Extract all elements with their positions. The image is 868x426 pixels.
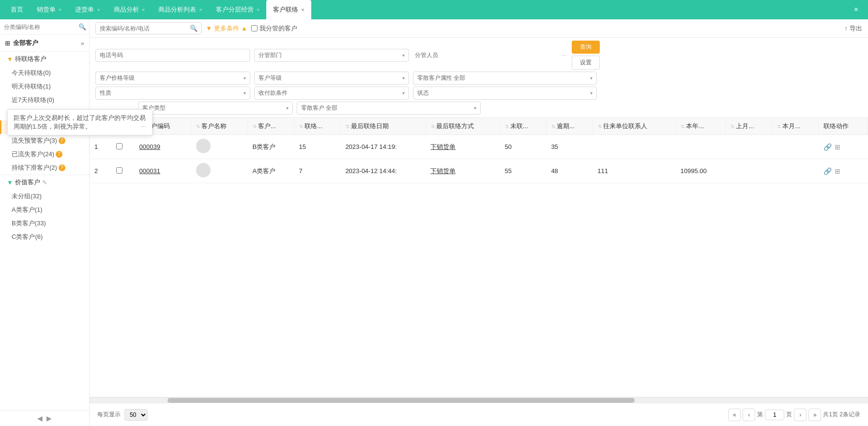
edit-icon[interactable]: ✎ [42,179,47,186]
row-select-checkbox-2[interactable] [116,167,122,174]
nav-sales-order-close[interactable]: × [59,7,61,13]
per-page-label: 每页显示 [97,411,121,419]
info-icon-3[interactable]: ? [56,151,62,158]
nav-customer-stratification-close[interactable]: × [257,7,259,13]
filter-customer-level[interactable]: 客户等级 ▾ [254,72,409,85]
nav-purchase-order[interactable]: 进货单 × [68,0,107,19]
row-grid-icon[interactable]: ⊞ [835,143,840,151]
more-conditions-button[interactable]: ▼ 更多条件 ▲ [206,24,247,33]
tooltip-close-icon[interactable]: ··· [141,122,146,130]
row-actions: 🔗 ⊞ [819,135,868,159]
row-last-contact-method[interactable]: 下销货单 [426,135,500,159]
filter-price-level[interactable]: 客户价格等级 ▾ [95,72,250,85]
sidebar-search-input[interactable] [4,24,76,30]
per-page-select[interactable]: 50 [124,409,148,421]
row-grid-icon-2[interactable]: ⊞ [835,167,840,175]
row-code[interactable]: 000039 [135,135,191,159]
page-number-input[interactable] [765,410,784,420]
row-select-checkbox[interactable] [116,143,122,149]
sidebar-value-customers-group: ▼ 价值客户 ✎ 未分组(32) A类客户(1) B类客户(33) C类客户(6… [0,175,89,244]
sidebar-item-churned[interactable]: 已流失客户(24) ? [0,147,89,161]
filter-payment-terms[interactable]: 收付款条件 ▾ [254,87,409,100]
filter-status[interactable]: 状态 ▾ [413,87,597,100]
row-checkbox[interactable] [111,135,134,159]
row-last-contact-date: 2023-04-12 14:44: [340,159,426,183]
nav-customer-stratification[interactable]: 客户分层经营 × [209,0,266,19]
row-overdue: 48 [546,159,593,183]
row-last-contact-method[interactable]: 下销货单 [426,159,500,183]
sidebar-item-today-pending[interactable]: 今天待联络(0) [0,66,89,80]
row-link-icon-2[interactable]: 🔗 [823,167,832,175]
my-customers-checkbox[interactable] [251,25,258,31]
sidebar-search-icon[interactable]: 🔍 [78,23,86,30]
nav-product-analysis-list-close[interactable]: × [199,7,202,13]
sidebar-nav-right-icon[interactable]: ▶ [46,414,52,422]
sidebar-collapse-button[interactable]: » [81,40,84,47]
row-category: A类客户 [248,159,294,183]
col-year-amount: ⇅ 本年... [676,118,726,135]
sidebar-item-class-c[interactable]: C类客户(6) [0,230,89,244]
row-name [191,135,248,159]
filter-retail-customer[interactable]: 零散客户 全部 ▾ [297,102,481,115]
sidebar-item-class-b[interactable]: B类客户(33) [0,217,89,230]
info-icon-2[interactable]: ? [59,137,65,144]
customer-table: ⚙ ⇅ 客户编码 ⇅ [90,118,868,183]
sidebar-pending-contact-header[interactable]: ▼ 待联络客户 [0,52,89,66]
nav-product-analysis-close[interactable]: × [142,7,145,13]
filter-division[interactable]: 分管部门 ▾ [254,49,409,62]
sidebar-all-customers-header[interactable]: ⊞ 全部客户 » [0,35,89,52]
col-last-contact-date: ⇅ 最后联络日期 [340,118,426,135]
query-button[interactable]: 查询 [572,41,600,54]
filter-nature[interactable]: 性质 ▾ [95,87,250,100]
row-index: 2 [90,159,111,183]
close-window-button[interactable]: × [848,5,864,14]
search-icon[interactable]: 🔍 [190,25,198,32]
table-header-row: ⚙ ⇅ 客户编码 ⇅ [90,118,868,135]
col-last-month: ⇅ 上月... [726,118,772,135]
sidebar-item-7day-pending[interactable]: 近7天待联络(0) [0,93,89,107]
next-page-button[interactable]: › [794,409,807,421]
chevron-down-icon: ▾ [402,53,405,58]
page-navigation: « ‹ 第 页 › » 共1页 2条记录 [728,409,860,421]
set-button[interactable]: 设置 [572,56,600,70]
first-page-button[interactable]: « [728,409,741,421]
filter-customer-type[interactable]: 客户类型 ▾ [138,102,293,115]
sidebar-item-churn-warning[interactable]: 流失预警客户(3) ? [0,134,89,147]
more-icon[interactable]: ··· [562,53,566,58]
nav-customer-contact[interactable]: 客户联络 × [266,0,311,19]
row-code[interactable]: 000031 [135,159,191,183]
filter-phone[interactable]: 电话号码 [95,49,250,62]
sidebar-nav-left-icon[interactable]: ◀ [37,414,43,422]
chevron-down-icon-4: ▾ [590,75,593,81]
tooltip-anomaly-explanation: 距客户上次交易时长，超过了此客户的平均交易周期的1.5倍，则视为异常。 ··· [7,109,152,135]
nav-purchase-order-close[interactable]: × [97,7,100,13]
sidebar-item-tomorrow-pending[interactable]: 明天待联络(1) [0,80,89,93]
export-button[interactable]: ↑ 导出 [845,24,863,33]
sidebar-value-customers-header[interactable]: ▼ 价值客户 ✎ [0,175,89,190]
info-icon-4[interactable]: ? [59,164,65,171]
nav-home[interactable]: 首页 [4,0,30,19]
sidebar: 🔍 ⊞ 全部客户 » ▼ 待联络客户 今天待联络(0) 明天待联络(1) [0,19,90,426]
row-contact-count: 7 [294,159,341,183]
col-name: ⇅ 客户名称 [191,118,248,135]
sort-icon-8: ⇅ [551,124,555,129]
sidebar-item-class-a[interactable]: A类客户(1) [0,203,89,217]
col-unit-contact: ⇅ 往来单位联系人 [593,118,675,135]
scrollbar-thumb[interactable] [168,398,635,403]
search-input[interactable] [100,25,190,32]
sidebar-item-declining[interactable]: 持续下滑客户(2) ? [0,161,89,175]
prev-page-button[interactable]: ‹ [743,409,755,421]
sidebar-item-unclassified[interactable]: 未分组(32) [0,190,89,203]
row-checkbox[interactable] [111,159,134,183]
nav-product-analysis[interactable]: 商品分析 × [107,0,152,19]
export-icon: ↑ [845,25,848,32]
col-not-contacted: ⇅ 未联... [500,118,546,135]
row-link-icon[interactable]: 🔗 [823,143,832,151]
horizontal-scrollbar[interactable] [90,397,868,403]
filter-retail-attr[interactable]: 零散客户属性 全部 ▾ [413,72,597,85]
nav-customer-contact-close[interactable]: × [301,7,304,13]
nav-sales-order[interactable]: 销货单 × [30,0,68,19]
row-category: B类客户 [248,135,294,159]
last-page-button[interactable]: » [808,409,821,421]
nav-product-analysis-list[interactable]: 商品分析列表 × [152,0,209,19]
